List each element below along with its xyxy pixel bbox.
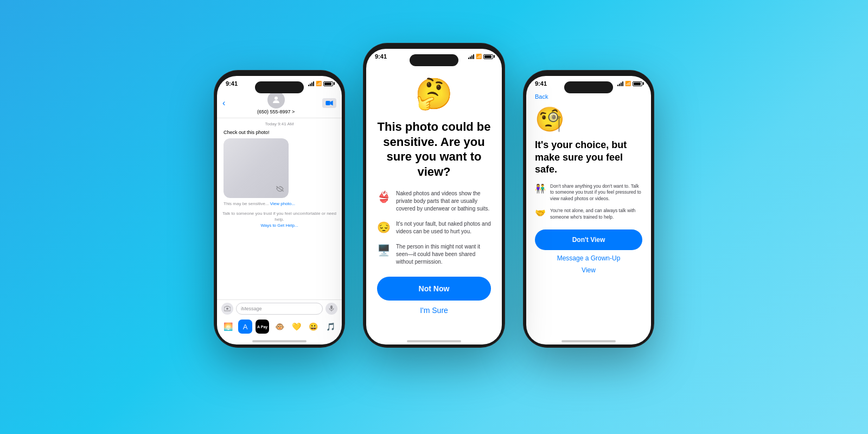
chat-date: Today 9:41 AM: [221, 122, 337, 126]
r-signal-bar-2: [619, 84, 620, 86]
im-sure-button[interactable]: I'm Sure: [420, 306, 448, 315]
message-placeholder: iMessage: [241, 306, 262, 311]
memoji-icon[interactable]: 🐵: [272, 320, 286, 334]
left-phone-screen: 9:41 📶: [217, 76, 342, 344]
warning-items-list: 👙 Naked photos and videos show the priva…: [377, 190, 491, 266]
right-status-bar-container: 9:41 📶: [526, 76, 651, 89]
choice-title: It's your choice, but make sure you feel…: [535, 139, 642, 176]
warning-icon-1: 👙: [377, 190, 391, 203]
hide-image-icon: [276, 185, 284, 194]
contact-name[interactable]: (650) 555-8997 >: [257, 109, 295, 114]
left-signal: [308, 81, 314, 86]
avatar: [267, 91, 285, 108]
dont-view-button[interactable]: Don't View: [535, 229, 642, 250]
right-home-indicator: [561, 340, 616, 342]
choice-icon-2: 🤝: [535, 208, 546, 218]
chat-area: Today 9:41 AM Check out this photo!: [217, 118, 342, 299]
warning-icon-2: 😔: [377, 221, 391, 234]
r-signal-bar-3: [621, 82, 622, 86]
c-signal-bar-2: [470, 56, 471, 59]
svg-marker-2: [330, 100, 333, 105]
left-phone: 9:41 📶: [214, 71, 344, 347]
music-icon[interactable]: 🎵: [324, 320, 337, 334]
sticker-icon[interactable]: 💛: [290, 320, 303, 334]
choice-text-2: You're not alone, and can always talk wi…: [550, 208, 642, 221]
message-grown-up-button[interactable]: Message a Grown-Up: [535, 254, 642, 262]
help-text: Talk to someone you trust if you feel un…: [221, 210, 337, 229]
video-call-icon[interactable]: [322, 98, 336, 108]
center-notch: [410, 54, 458, 66]
background: 9:41 📶: [190, 22, 678, 412]
choice-items-list: 👫 Don't share anything you don't want to…: [535, 183, 642, 221]
signal-bar-3: [311, 82, 312, 86]
right-notch: [564, 81, 613, 93]
choice-item-1: 👫 Don't share anything you don't want to…: [535, 183, 642, 203]
sensitive-warning: This may be sensitive... View photo...: [221, 201, 337, 206]
center-phone: 9:41 📶: [363, 43, 505, 347]
svg-rect-3: [330, 305, 333, 309]
left-notch: [255, 81, 304, 93]
contact-info: (650) 555-8997 >: [229, 91, 322, 114]
warning-item-2: 😔 It's not your fault, but naked photos …: [377, 220, 491, 235]
warning-title: This photo could be sensitive. Are you s…: [377, 119, 491, 179]
right-wifi-icon: 📶: [625, 81, 631, 86]
center-wifi-icon: 📶: [476, 54, 482, 59]
back-button[interactable]: Back: [535, 93, 642, 100]
message-input[interactable]: iMessage: [236, 303, 323, 315]
photos-app-icon[interactable]: 🌅: [221, 320, 235, 334]
right-battery-icon: [633, 81, 642, 86]
left-status-icons: 📶: [308, 81, 333, 86]
center-battery-fill: [484, 55, 492, 58]
right-status-icons: 📶: [617, 81, 642, 86]
audio-icon[interactable]: [326, 303, 337, 315]
warning-emoji: 🤔: [415, 76, 453, 112]
r-signal-bar-1: [617, 85, 618, 86]
imessage-header: ‹ (650) 555-8997 >: [217, 89, 342, 118]
choice-screen: Back 🧐 It's your choice, but make sure y…: [526, 89, 651, 337]
back-arrow-icon[interactable]: ‹: [222, 98, 225, 108]
c-signal-bar-4: [473, 54, 474, 59]
chat-message: Check out this photo!: [221, 130, 337, 135]
center-phone-screen: 9:41 📶: [366, 49, 502, 344]
signal-bar-2: [310, 84, 311, 86]
appstore-icon[interactable]: A: [238, 320, 252, 334]
signal-bar-1: [308, 85, 309, 86]
choice-emoji: 🧐: [535, 105, 642, 133]
center-battery-icon: [483, 54, 493, 59]
left-battery-icon: [323, 81, 333, 86]
warning-item-1: 👙 Naked photos and videos show the priva…: [377, 190, 491, 213]
camera-icon[interactable]: [221, 303, 233, 315]
choice-icon-1: 👫: [535, 183, 546, 194]
r-signal-bar-4: [622, 81, 623, 86]
warning-icon-3: 🖥️: [377, 244, 391, 257]
signal-bar-4: [313, 81, 314, 86]
right-phone-screen: 9:41 📶: [526, 76, 651, 344]
applepay-icon[interactable]: A Pay: [256, 320, 270, 334]
right-signal: [617, 81, 623, 86]
warning-text-1: Naked photos and videos show the private…: [396, 190, 491, 213]
right-battery-fill: [634, 82, 641, 85]
left-home-indicator: [252, 340, 307, 342]
warning-screen: 🤔 This photo could be sensitive. Are you…: [366, 62, 502, 337]
apps-row: 🌅 A A Pay 🐵 💛 😀 🎵: [217, 317, 342, 337]
c-signal-bar-3: [471, 55, 473, 59]
chat-image-bubble: [224, 138, 289, 198]
svg-point-0: [275, 97, 278, 100]
view-photo-link[interactable]: View photo...: [270, 201, 295, 206]
choice-item-2: 🤝 You're not alone, and can always talk …: [535, 208, 642, 221]
choice-text-1: Don't share anything you don't want to. …: [550, 183, 642, 203]
center-status-bar-container: 9:41 📶: [366, 49, 502, 62]
left-time: 9:41: [226, 80, 238, 87]
view-button[interactable]: View: [535, 266, 642, 274]
right-phone: 9:41 📶: [524, 71, 654, 347]
not-now-button[interactable]: Not Now: [377, 277, 491, 301]
ways-to-help-link[interactable]: Ways to Get Help...: [260, 223, 298, 228]
phones-container: 9:41 📶: [190, 22, 678, 412]
emoji-icon[interactable]: 😀: [307, 320, 320, 334]
warning-text-3: The person in this might not want it see…: [396, 243, 491, 266]
left-status-bar-container: 9:41 📶: [217, 76, 342, 89]
center-status-icons: 📶: [468, 54, 493, 59]
center-time: 9:41: [375, 53, 387, 60]
message-bar: iMessage: [217, 299, 342, 317]
center-signal: [468, 54, 474, 59]
